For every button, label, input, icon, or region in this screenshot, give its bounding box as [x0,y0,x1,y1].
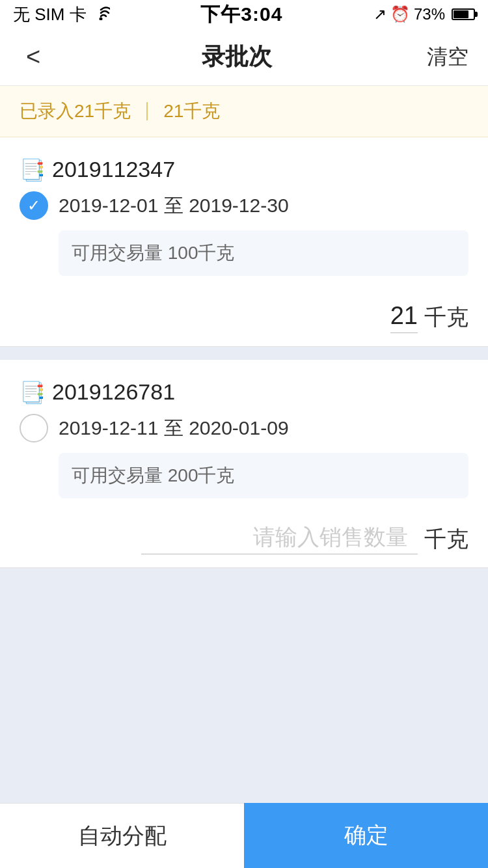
back-button[interactable]: < [20,36,47,77]
input-wrapper-2 [141,524,418,554]
status-time: 下午3:04 [200,1,282,28]
radio-unselected-2[interactable] [20,414,48,442]
page-title: 录批次 [202,41,272,73]
info-value: 21千克 [163,99,220,124]
battery-icon [452,8,475,20]
doc-icon-2: 📑 [20,380,46,405]
bottom-bar: 自动分配 确定 [0,803,488,868]
carrier-text: 无 SIM 卡 [13,3,87,26]
section-separator-1 [0,347,488,360]
checkmark-icon-1: ✓ [27,197,40,215]
quantity-underline: 21 [390,302,418,333]
batch-card-2: 📑 2019126781 2019-12-11 至 2020-01-09 可用交… [0,360,488,511]
batch-header-2: 📑 2019126781 [20,379,468,405]
radio-selected-1[interactable]: ✓ [20,191,48,220]
batch-id-2: 2019126781 [52,379,175,405]
status-right: ↗ ⏰ 73% [373,5,475,23]
location-icon: ↗ [373,5,386,23]
batch-header-1: 📑 2019112347 [20,157,468,182]
doc-icon-1: 📑 [20,157,46,182]
batch-available-1: 可用交易量 100千克 [59,230,468,276]
batch-date-row-1: ✓ 2019-12-01 至 2019-12-30 [20,191,468,220]
quantity-input-2[interactable] [141,524,418,550]
batch-id-1: 2019112347 [52,157,175,182]
auto-distribute-button[interactable]: 自动分配 [0,803,244,868]
quantity-value-1: 21 [390,302,418,330]
wifi-icon [92,5,110,25]
status-left: 无 SIM 卡 [13,3,110,26]
svg-point-0 [99,17,102,20]
alarm-icon: ⏰ [390,5,410,23]
input-row-2: 千克 [0,511,488,568]
batch-date-2: 2019-12-11 至 2020-01-09 [59,415,289,442]
batch-date-1: 2019-12-01 至 2019-12-30 [59,193,289,219]
batch-date-row-2: 2019-12-11 至 2020-01-09 [20,414,468,442]
nav-bar: < 录批次 清空 [0,29,488,86]
quantity-unit-1: 千克 [424,303,468,332]
clear-button[interactable]: 清空 [427,43,468,72]
quantity-row-1: 21 千克 [0,289,488,347]
battery-percent: 73% [414,5,445,23]
recorded-label: 已录入21千克 [20,99,131,124]
batch-card-1: 📑 2019112347 ✓ 2019-12-01 至 2019-12-30 可… [0,137,488,289]
info-divider [146,102,148,120]
info-bar: 已录入21千克 21千克 [0,86,488,137]
batch-available-2: 可用交易量 200千克 [59,453,468,498]
status-bar: 无 SIM 卡 下午3:04 ↗ ⏰ 73% [0,0,488,29]
input-unit-2: 千克 [424,524,468,554]
confirm-button[interactable]: 确定 [244,803,488,868]
